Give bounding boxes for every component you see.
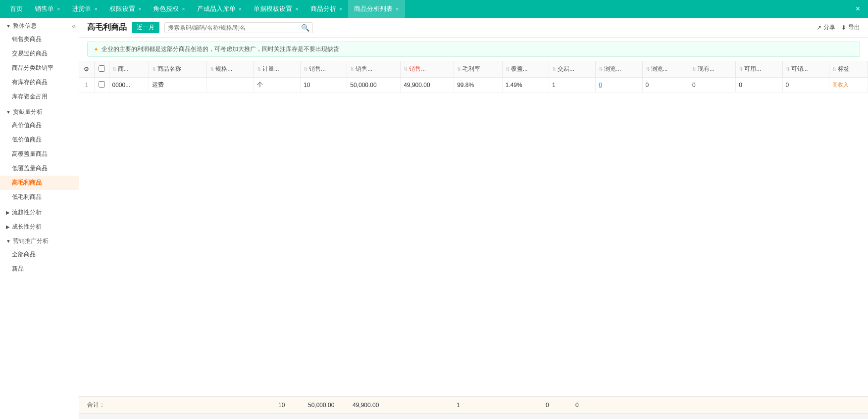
search-box: 🔍 <box>164 22 313 33</box>
bottom-scrollbar[interactable] <box>79 413 868 419</box>
col-sales-amount[interactable]: ⇅销售... <box>347 61 401 78</box>
col-views1[interactable]: ⇅浏览... <box>596 61 642 78</box>
nav-permissions[interactable]: 权限设置 × <box>103 0 147 18</box>
sort-icon-salesqty: ⇅ <box>304 66 307 72</box>
cell-views2: 0 <box>642 78 689 93</box>
share-button[interactable]: ↗ 分享 <box>817 23 835 32</box>
sidebar-group-growth[interactable]: ▶ 成长性分析 <box>0 219 79 233</box>
export-icon: ⬇ <box>841 24 846 31</box>
close-roles-tab[interactable]: × <box>182 6 185 12</box>
nav-roles[interactable]: 角色授权 × <box>147 0 191 18</box>
sidebar-item-traded-goods[interactable]: 交易过的商品 <box>0 47 79 61</box>
col-trade-count[interactable]: ⇅交易... <box>549 61 595 78</box>
data-table: ⚙ ⇅商... ⇅商品名称 ⇅规格... ⇅计量... ⇅销售... ⇅销售..… <box>79 61 868 93</box>
close-all-tabs[interactable]: × <box>852 4 864 13</box>
main-layout: « ▼ 整体信息 销售类商品 交易过的商品 商品分类助销率 有库存的商品 库存资… <box>0 18 868 419</box>
top-nav: 首页 销售单 × 进货单 × 权限设置 × 角色授权 × 产成品入库单 × 单据… <box>0 0 868 18</box>
sidebar-item-high-value[interactable]: 高价值商品 <box>0 118 79 133</box>
arrow-overall: ▼ <box>6 23 11 29</box>
col-tag[interactable]: ⇅标签 <box>829 61 868 78</box>
cell-available-stock: 0 <box>736 78 782 93</box>
col-spec[interactable]: ⇅规格... <box>207 61 254 78</box>
cell-checkbox <box>94 78 109 93</box>
col-coverage[interactable]: ⇅覆盖... <box>502 61 549 78</box>
arrow-contribution: ▼ <box>6 109 11 115</box>
sidebar-item-new-goods[interactable]: 新品 <box>0 262 79 276</box>
sidebar-group-marketing[interactable]: ▼ 营销推广分析 <box>0 233 79 247</box>
col-name[interactable]: ⇅商品名称 <box>149 61 207 78</box>
sidebar-group-overall[interactable]: ▼ 整体信息 <box>0 18 79 32</box>
sidebar-item-high-margin[interactable]: 高毛利商品 <box>0 176 79 190</box>
search-icon[interactable]: 🔍 <box>301 24 309 32</box>
nav-production[interactable]: 产成品入库单 × <box>191 0 248 18</box>
sort-icon-tag: ⇅ <box>832 66 836 72</box>
cell-coverage: 1.49% <box>502 78 549 93</box>
cell-spec <box>207 78 254 93</box>
settings-icon[interactable]: ⚙ <box>84 66 89 73</box>
sort-icon-unit: ⇅ <box>257 66 261 72</box>
sidebar-item-low-margin[interactable]: 低毛利商品 <box>0 190 79 204</box>
header-actions: ↗ 分享 ⬇ 导出 <box>817 23 860 32</box>
footer-sales-profit: 49,900.00 <box>350 402 394 409</box>
cell-gross-margin: 99.8% <box>454 78 503 93</box>
cell-code: 0000... <box>109 78 149 93</box>
sort-icon-views2: ⇅ <box>646 66 650 72</box>
close-sales-tab[interactable]: × <box>57 6 60 12</box>
nav-template[interactable]: 单据模板设置 × <box>248 0 304 18</box>
col-current-stock[interactable]: ⇅现有... <box>689 61 735 78</box>
col-available-stock[interactable]: ⇅可用... <box>736 61 782 78</box>
close-product-analysis-tab[interactable]: × <box>339 6 342 12</box>
arrow-trend: ▶ <box>6 210 10 215</box>
sidebar-group-contribution[interactable]: ▼ 贡献量分析 <box>0 104 79 118</box>
col-sellable[interactable]: ⇅可销... <box>782 61 829 78</box>
cell-sales-amount: 50,000.00 <box>347 78 401 93</box>
sort-icon-sellable: ⇅ <box>786 66 790 72</box>
export-button[interactable]: ⬇ 导出 <box>841 23 860 32</box>
nav-home[interactable]: 首页 <box>4 0 29 18</box>
col-settings[interactable]: ⚙ <box>79 61 94 78</box>
col-gross-margin[interactable]: ⇅毛利率 <box>454 61 503 78</box>
table-container[interactable]: ⚙ ⇅商... ⇅商品名称 ⇅规格... ⇅计量... ⇅销售... ⇅销售..… <box>79 61 868 396</box>
sidebar-item-category-rate[interactable]: 商品分类助销率 <box>0 61 79 75</box>
arrow-marketing: ▼ <box>6 238 11 244</box>
cell-current-stock: 0 <box>689 78 735 93</box>
close-template-tab[interactable]: × <box>295 6 298 12</box>
close-purchase-tab[interactable]: × <box>94 6 97 12</box>
search-input[interactable] <box>168 24 301 31</box>
col-views2[interactable]: ⇅浏览... <box>642 61 689 78</box>
cell-views1[interactable]: 0 <box>596 78 642 93</box>
cell-tag: 高收入 <box>829 78 868 93</box>
sidebar-item-high-coverage[interactable]: 高覆盖量商品 <box>0 147 79 161</box>
close-production-tab[interactable]: × <box>239 6 242 12</box>
nav-product-analysis-list[interactable]: 商品分析列表 × <box>348 0 405 18</box>
nav-sales[interactable]: 销售单 × <box>29 0 66 18</box>
sidebar-item-low-value[interactable]: 低价值商品 <box>0 133 79 147</box>
cell-trade-count: 1 <box>549 78 595 93</box>
col-sales-qty[interactable]: ⇅销售... <box>300 61 347 78</box>
close-permissions-tab[interactable]: × <box>138 6 141 12</box>
cell-sellable: 0 <box>782 78 829 93</box>
content-area: 高毛利商品 近一月 🔍 ↗ 分享 ⬇ 导出 ✦ 企业的主要的利润都是这部分 <box>79 18 868 419</box>
col-sales-profit[interactable]: ⇅销售... <box>401 61 454 78</box>
sidebar-item-stock-fund[interactable]: 库存资金占用 <box>0 90 79 104</box>
cell-sales-profit: 49,900.00 <box>401 78 454 93</box>
footer-available-stock: 0 <box>572 402 602 409</box>
sidebar-item-stocked-goods[interactable]: 有库存的商品 <box>0 75 79 90</box>
sidebar-item-low-coverage[interactable]: 低覆盖量商品 <box>0 161 79 176</box>
sidebar: « ▼ 整体信息 销售类商品 交易过的商品 商品分类助销率 有库存的商品 库存资… <box>0 18 79 419</box>
col-code[interactable]: ⇅商... <box>109 61 149 78</box>
info-icon: ✦ <box>94 46 99 53</box>
filter-recent-month[interactable]: 近一月 <box>132 22 159 33</box>
row-checkbox[interactable] <box>99 81 105 88</box>
sidebar-item-all-goods[interactable]: 全部商品 <box>0 247 79 262</box>
sidebar-group-trend[interactable]: ▶ 流趋性分析 <box>0 204 79 219</box>
cell-name: 运费 <box>149 78 207 93</box>
select-all-checkbox[interactable] <box>99 65 105 72</box>
nav-product-analysis[interactable]: 商品分析 × <box>305 0 348 18</box>
col-unit[interactable]: ⇅计量... <box>254 61 300 78</box>
nav-purchase[interactable]: 进货单 × <box>66 0 103 18</box>
sidebar-item-sales-goods[interactable]: 销售类商品 <box>0 32 79 47</box>
close-product-analysis-list-tab[interactable]: × <box>396 6 399 12</box>
sidebar-collapse-btn[interactable]: « <box>72 22 76 30</box>
sort-icon-tradecount: ⇅ <box>552 66 556 72</box>
